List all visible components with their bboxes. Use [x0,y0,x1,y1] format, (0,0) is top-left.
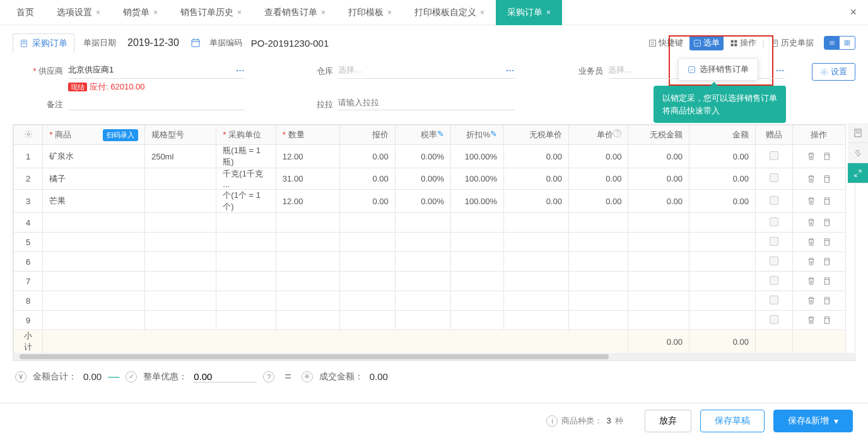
gift-checkbox[interactable] [770,237,778,246]
gift-checkbox[interactable] [770,315,778,324]
copy-icon[interactable] [822,257,831,266]
info-icon[interactable]: ? [263,371,274,383]
extra-input[interactable] [338,96,515,110]
shortcut-link[interactable]: 快捷键 [645,35,687,50]
copy-icon[interactable] [822,175,831,183]
tab-options[interactable]: 选项设置× [45,0,112,25]
edit-icon[interactable]: ✎ [490,129,497,139]
more-icon[interactable]: ··· [236,66,245,75]
edit-icon[interactable]: ✎ [437,129,444,139]
close-all-icon[interactable]: × [843,6,863,19]
remark-input[interactable] [68,96,245,110]
table-row[interactable]: 1矿泉水250ml瓶(1瓶 = 1瓶)12.000.000.00%100.00%… [14,145,846,168]
delete-icon[interactable] [807,197,816,205]
table-row[interactable]: 2橘子千克(1千克 ...31.000.000.00%100.00%0.000.… [14,168,846,190]
save-new-button[interactable]: 保存&新增▾ [773,410,853,432]
more-icon[interactable]: ··· [506,66,515,75]
delete-icon[interactable] [807,296,816,305]
chevron-down-icon[interactable]: ▾ [834,416,838,426]
toolbar: 采购订单 单据日期 2019-12-30 单据编码 PO-20191230-00… [0,25,868,61]
delete-icon[interactable] [807,218,816,227]
close-icon[interactable]: × [387,8,392,17]
tab-view-sales[interactable]: 查看销售订单× [253,0,337,25]
save-draft-button[interactable]: 保存草稿 [700,410,765,432]
select-order-dropdown[interactable]: 选择销售订单 [678,58,758,81]
close-icon[interactable]: × [321,8,326,17]
close-icon[interactable]: × [96,8,100,17]
copy-icon[interactable] [822,197,831,205]
table-row[interactable]: 6 [14,252,846,272]
col-price: 单价? [568,125,628,145]
svg-rect-36 [825,318,830,323]
close-icon[interactable]: × [153,8,158,17]
gift-checkbox[interactable] [770,276,778,285]
table-row[interactable]: 7 [14,272,846,291]
svg-rect-14 [734,43,737,46]
discard-button[interactable]: 放弃 [645,410,691,432]
copy-icon[interactable] [822,296,831,305]
calendar-icon[interactable] [191,38,201,48]
tab-print-tpl[interactable]: 打印模板× [337,0,403,25]
copy-icon[interactable] [822,316,831,325]
operation-link[interactable]: 操作 [726,35,760,50]
view-toggle[interactable] [824,36,855,50]
side-expand-icon[interactable] [848,163,868,183]
gear-header[interactable] [14,125,43,145]
close-icon[interactable]: × [546,8,551,17]
more-icon[interactable]: ··· [776,66,785,75]
tab-home[interactable]: 首页 [5,0,45,25]
tab-sales-bill[interactable]: 销货单× [112,0,169,25]
horizontal-scrollbar[interactable] [13,353,855,360]
table-row[interactable]: 9 [14,311,846,330]
doc-type-tab[interactable]: 采购订单 [13,33,74,53]
side-link-icon[interactable] [848,143,868,163]
delete-icon[interactable] [807,257,816,266]
table-row[interactable]: 8 [14,291,846,311]
settings-button[interactable]: 设置 [812,63,855,81]
subtotal-notax: 0.00 [628,330,689,354]
date-input[interactable]: 2019-12-30 [125,36,182,50]
delete-icon[interactable] [807,175,816,183]
svg-rect-31 [825,221,830,226]
delete-icon[interactable] [807,277,816,285]
view-list-icon[interactable] [824,37,840,49]
totals-bar: ¥ 金额合计： 0.00 — ✓ 整单优惠： ? = ※ 成交金额： 0.00 [0,361,868,392]
warehouse-input[interactable]: 选择... ··· [338,63,515,79]
gift-checkbox[interactable] [770,173,778,182]
table-row[interactable]: 5 [14,233,846,252]
supplier-input[interactable]: 北京供应商1 ··· [68,63,245,79]
table-row[interactable]: 4 [14,213,846,233]
info-icon[interactable]: ? [613,129,621,137]
table-row[interactable]: 3芒果个(1个 = 1个)12.000.000.00%100.00%0.000.… [14,190,846,213]
scan-tag[interactable]: 扫码录入 [103,129,138,141]
select-order-link[interactable]: 选单 [689,35,724,50]
close-icon[interactable]: × [480,8,484,17]
discount-input[interactable] [194,371,257,383]
history-link[interactable]: 历史单据 [767,35,818,50]
svg-point-26 [823,71,825,72]
gift-checkbox[interactable] [770,217,778,226]
hint-tooltip: 以销定采，您可以选择销售订单将商品快速带入 [654,86,786,123]
sum-value: 0.00 [83,371,102,382]
col-notax-price: 无税单价 [504,125,569,145]
delete-icon[interactable] [807,238,816,246]
gift-checkbox[interactable] [770,196,778,205]
copy-icon[interactable] [822,152,831,161]
delete-icon[interactable] [807,316,816,325]
gift-checkbox[interactable] [770,296,778,304]
tab-sales-history[interactable]: 销售订单历史× [169,0,253,25]
copy-icon[interactable] [822,218,831,227]
svg-rect-7 [649,40,655,46]
delete-icon[interactable] [807,152,816,161]
tab-print-tpl-custom[interactable]: 打印模板自定义× [403,0,496,25]
close-icon[interactable]: × [237,8,242,17]
view-grid-icon[interactable] [840,37,855,49]
copy-icon[interactable] [822,277,831,285]
gift-checkbox[interactable] [770,151,778,160]
gift-checkbox[interactable] [770,256,778,265]
code-label: 单据编码 [209,37,242,49]
side-note-icon[interactable] [848,123,868,143]
copy-icon[interactable] [822,238,831,246]
tab-purchase-order[interactable]: 采购订单× [496,0,562,25]
extra-label: 拉拉 [295,96,333,110]
